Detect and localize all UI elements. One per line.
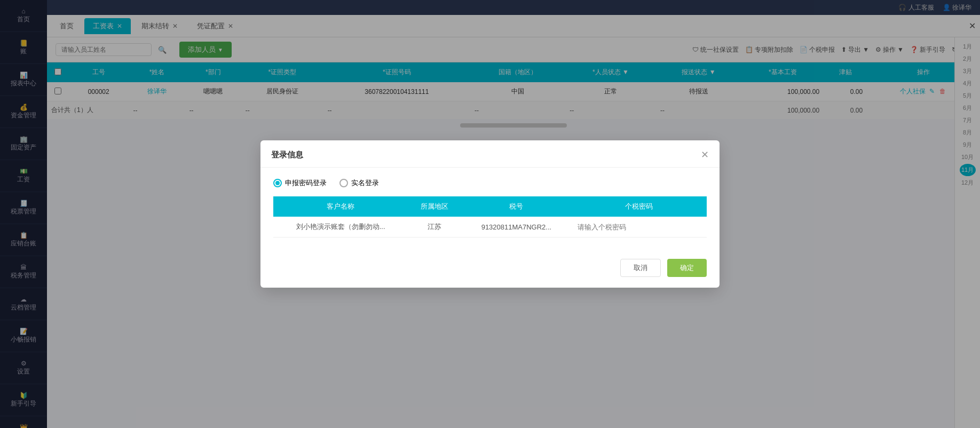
modal-body: 申报密码登录 实名登录 客户名称 所属地区 税号 个税密码 [260, 168, 720, 252]
radio-group: 申报密码登录 实名登录 [273, 178, 707, 188]
modal-cell-taxno: 91320811MA7NGR2... [462, 217, 572, 237]
modal-cell-region: 江苏 [408, 217, 461, 237]
confirm-button[interactable]: 确定 [667, 259, 707, 277]
modal-col-region: 所属地区 [408, 196, 461, 217]
radio-password-circle [273, 179, 282, 187]
modal-cell-password[interactable] [571, 217, 707, 237]
modal-cell-client: 刘小艳演示账套（勿删勿动... [273, 217, 408, 237]
modal-table-row: 刘小艳演示账套（勿删勿动... 江苏 91320811MA7NGR2... [273, 217, 707, 237]
modal-header: 登录信息 ✕ [260, 140, 720, 168]
modal-close-btn[interactable]: ✕ [701, 149, 709, 161]
modal-col-client: 客户名称 [273, 196, 408, 217]
radio-password-login[interactable]: 申报密码登录 [273, 178, 327, 188]
cancel-button[interactable]: 取消 [620, 259, 661, 277]
modal-col-password: 个税密码 [571, 196, 707, 217]
login-info-modal: 登录信息 ✕ 申报密码登录 实名登录 客户名称 所属地区 [260, 140, 720, 288]
modal-col-taxno: 税号 [462, 196, 572, 217]
modal-title: 登录信息 [271, 150, 303, 160]
modal-footer: 取消 确定 [260, 252, 720, 288]
tax-password-input[interactable] [578, 223, 700, 231]
modal-overlay[interactable]: 登录信息 ✕ 申报密码登录 实名登录 客户名称 所属地区 [0, 0, 980, 428]
radio-realname-circle [339, 179, 348, 187]
modal-client-table: 客户名称 所属地区 税号 个税密码 刘小艳演示账套（勿删勿动... 江苏 913… [273, 196, 707, 237]
radio-realname-login[interactable]: 实名登录 [339, 178, 379, 188]
